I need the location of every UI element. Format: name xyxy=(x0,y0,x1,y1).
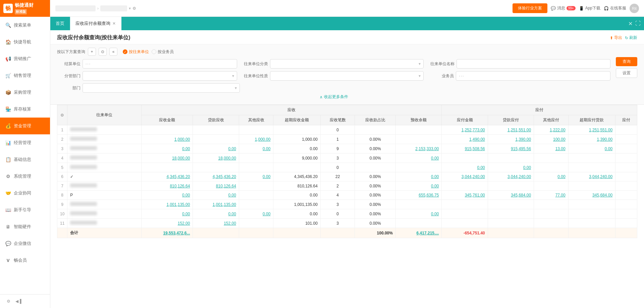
filter-target-btn[interactable]: ⊙ xyxy=(99,48,107,56)
filter-dept-input[interactable]: ▾ xyxy=(83,71,237,81)
unit-name-cell xyxy=(67,125,142,135)
tab-close-icon[interactable]: ✕ xyxy=(112,21,116,26)
query-btn[interactable]: 查询 xyxy=(616,57,637,66)
window-close-icon[interactable]: ✕ xyxy=(628,20,633,27)
dept-arrow: ▾ xyxy=(232,74,234,78)
sidebar-item-system[interactable]: ⚙ 系统管理 xyxy=(0,168,50,185)
th-unit: 往来单位 xyxy=(67,105,142,125)
filter-field-dept: 分管部门 ▾ xyxy=(57,71,237,81)
guide-icon: 📖 xyxy=(5,207,11,213)
filter-field-unit-nature: 往来单位性质 ▾ xyxy=(244,71,424,81)
settings-footer-icon[interactable]: ⚙ xyxy=(5,298,12,305)
filter-settlement-input[interactable]: ··· xyxy=(83,59,237,69)
collapse-conditions-btn[interactable]: ∧ 收起更多条件 xyxy=(57,93,610,101)
th-settings: ⚙ xyxy=(57,105,67,125)
sidebar-item-operation[interactable]: 📊 经营管理 xyxy=(0,134,50,151)
filter-options: ✓ 按往来单位 按业务员 xyxy=(123,49,174,55)
th-ap-overdue: 超期应付货款 xyxy=(568,115,615,125)
filter-field-settlement: 结算单位 ··· xyxy=(57,59,237,69)
table-settings-icon[interactable]: ⚙ xyxy=(60,113,64,118)
table-row: 8P0.000.000.0040.00%655,636.75345,761.00… xyxy=(57,191,637,200)
table-row: 100.000.000.000.0000.00%0.00 xyxy=(57,209,637,219)
filter-collapse-btn[interactable]: « xyxy=(109,48,117,56)
filter-option-unit[interactable]: ✓ 按往来单位 xyxy=(123,49,149,55)
filter-unit-category-input[interactable]: ▾ xyxy=(270,59,424,69)
sidebar-item-purchase[interactable]: 📦 采购管理 xyxy=(0,84,50,101)
app-icon: 📱 xyxy=(579,6,584,11)
sidebar-item-marketing[interactable]: 📢 营销推广 xyxy=(0,50,50,67)
filter-unit-nature-input[interactable]: ▾ xyxy=(270,71,424,81)
app-download-area[interactable]: 📱 App下载 xyxy=(579,5,600,11)
member-icon: V xyxy=(5,257,11,263)
th-ar-amount: 应收金额 xyxy=(142,115,193,125)
sidebar-footer: ⚙ ◀▐ xyxy=(0,294,50,308)
table-row: 101,252,773.001,251,551.001,222.001,251,… xyxy=(57,125,637,135)
refresh-btn[interactable]: ↻ 刷新 xyxy=(625,35,637,41)
sidebar-item-finance[interactable]: 💰 资金管理 xyxy=(0,118,50,134)
wechat-icon: 💬 xyxy=(5,240,11,247)
sidebar-item-search[interactable]: 🔍 搜索菜单 xyxy=(0,17,50,34)
unit-name-cell xyxy=(67,219,142,228)
home-icon: 🏠 xyxy=(5,39,11,45)
filter-rows: 结算单位 ··· 往来单位分类 ▾ xyxy=(57,59,610,93)
user-avatar[interactable]: Rit xyxy=(630,4,639,13)
window-maximize-icon[interactable]: ⛶ xyxy=(635,20,641,27)
th-ap-other: 其他应付 xyxy=(534,115,569,125)
unit-name-cell xyxy=(67,135,142,144)
sidebar-item-basic[interactable]: 📋 基础信息 xyxy=(0,151,50,168)
total-ar-prepay[interactable]: 6,417,215.... xyxy=(395,228,441,238)
notification-area[interactable]: 💬 消息 99+ xyxy=(551,5,576,11)
main-content: › ▾ ⚙ 体验行业方案 💬 消息 99+ 📱 App下载 🎧 在线客服 Rit… xyxy=(50,0,644,308)
sub-dept-arrow: ▾ xyxy=(235,86,237,90)
operation-icon: 📊 xyxy=(5,140,11,146)
sidebar-item-member[interactable]: V 畅会员 xyxy=(0,252,50,269)
th-group-ap: 应付 xyxy=(442,105,637,115)
total-label: 合计 xyxy=(67,228,142,238)
th-ar-ratio: 应收款占比 xyxy=(355,115,396,125)
filter-row-1: 结算单位 ··· 往来单位分类 ▾ xyxy=(57,59,610,69)
total-ap-amount: -654,751.40 xyxy=(442,228,488,238)
filter-field-salesman: 业务员 ··· xyxy=(430,71,610,81)
collapse-footer-icon[interactable]: ◀▐ xyxy=(15,298,22,305)
logo-text: 畅捷通财 标准版 xyxy=(15,2,34,14)
sales-icon: 🛒 xyxy=(5,73,11,79)
th-ar-loan: 贷款应收 xyxy=(193,115,239,125)
table-row: 6✓4,345,436.204,345,436.200.004,345,436.… xyxy=(57,172,637,181)
filter-add-btn[interactable]: + xyxy=(88,48,96,56)
filter-row-2: 分管部门 ▾ 往来单位性质 ▾ xyxy=(57,71,610,81)
solution-btn[interactable]: 体验行业方案 xyxy=(513,3,547,13)
table-row: 30.000.000.000.0090.00%2,153,333.00915,5… xyxy=(57,144,637,153)
settings-btn[interactable]: ⚙ xyxy=(132,6,136,11)
table-area: ⚙ 往来单位 应收 应付 应收金额 贷款应收 其他应收 超期应收金额 应收笔数 … xyxy=(50,105,644,308)
customer-service-area[interactable]: 🎧 在线客服 xyxy=(604,5,626,11)
th-ap-loan: 贷款应付 xyxy=(488,115,534,125)
setting-btn[interactable]: 设置 xyxy=(616,68,637,78)
unit-name-cell: ✓ xyxy=(67,172,142,181)
filter-salesman-input[interactable]: ··· xyxy=(456,71,610,81)
sidebar-item-sales[interactable]: 🛒 销售管理 xyxy=(0,67,50,84)
collab-icon: 🤝 xyxy=(5,190,11,196)
filter-area: 按以下方案查询 + ⊙ « ✓ 按往来单位 xyxy=(50,44,644,105)
top-header: › ▾ ⚙ 体验行业方案 💬 消息 99+ 📱 App下载 🎧 在线客服 Rit xyxy=(50,0,644,17)
tab-bar-actions: ✕ ⛶ xyxy=(625,17,644,30)
sidebar-item-guide[interactable]: 📖 新手引导 xyxy=(0,202,50,218)
sidebar-item-hardware[interactable]: 🖥 智能硬件 xyxy=(0,218,50,235)
unit-nature-arrow: ▾ xyxy=(419,74,421,78)
table-row: 7810,126.64810,126.64810,126.6420.00%0.0… xyxy=(57,181,637,191)
breadcrumb-dropdown[interactable]: ▾ xyxy=(129,6,131,11)
sidebar-item-nav[interactable]: 🏠 快捷导航 xyxy=(0,34,50,50)
tab-arbalance[interactable]: 应收应付余额查询 ✕ xyxy=(70,17,121,30)
sidebar-logo: 畅 畅捷通财 标准版 xyxy=(0,0,50,17)
filter-option-salesman[interactable]: 按业务员 xyxy=(152,49,174,55)
table-row: 91,001,135.001,001,135.001,001,135.0030.… xyxy=(57,200,637,209)
sidebar-item-inventory[interactable]: 🏪 库存核算 xyxy=(0,101,50,118)
filter-sub-dept-input[interactable]: ▾ xyxy=(83,83,240,93)
inventory-icon: 🏪 xyxy=(5,106,11,112)
filter-unit-name-input[interactable] xyxy=(457,59,610,69)
sidebar-item-wechat[interactable]: 💬 企业微信 xyxy=(0,235,50,252)
tab-home[interactable]: 首页 xyxy=(50,17,70,30)
sidebar-item-collab[interactable]: 🤝 企业协同 xyxy=(0,185,50,202)
th-ar-prepay: 预收余额 xyxy=(395,115,441,125)
export-btn[interactable]: ⬆ 导出 xyxy=(610,35,622,41)
total-ar-amount[interactable]: 19,553,472,6... xyxy=(142,228,193,238)
